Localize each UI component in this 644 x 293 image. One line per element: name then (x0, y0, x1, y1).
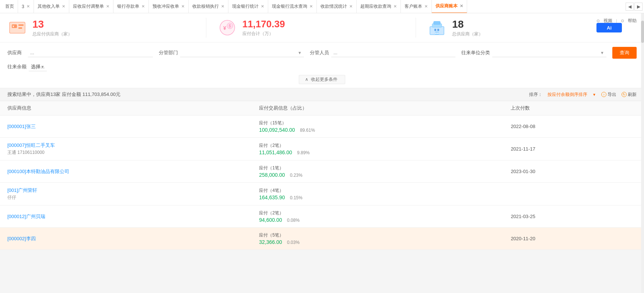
total-suppliers-label: 总供应商（家） (452, 31, 483, 37)
payable-total-label: 应付合计（万） (242, 31, 285, 37)
balance-select[interactable]: 选择... (29, 62, 47, 71)
nav-tab-other-income[interactable]: 其他收入单 ✕ (34, 0, 69, 13)
help-link[interactable]: 帮助 (628, 18, 637, 24)
category-select-wrapper[interactable]: ▼ (492, 48, 607, 57)
svg-point-5 (220, 20, 235, 35)
supplier-sub: 仔仔 (7, 194, 259, 201)
chevron-down-icon: ▼ (592, 93, 596, 97)
nav-tab-3[interactable]: 3 ✕ (18, 0, 34, 13)
svg-text:$: $ (229, 24, 231, 28)
chevron-up-icon: ∧ (305, 77, 308, 82)
balance-filter-label: 往来余额 (7, 63, 27, 70)
collapse-button[interactable]: ∧ 收起更多条件 (299, 75, 345, 84)
supplier-payable-icon: ¥ (7, 18, 27, 38)
payable-info-cell: 应付（2笔） 11,051,486.00 9.89% (259, 142, 511, 155)
supplier-link[interactable]: [000007]恒旺二手叉车 (7, 142, 55, 148)
export-button[interactable]: ○ 导出 (601, 92, 616, 98)
payable-info-cell: 应付（4笔） 164,635.90 0.15% (259, 187, 511, 200)
nav-tab-ar-ap-adjust[interactable]: 应收应付调整单 ✕ (69, 0, 113, 13)
close-icon[interactable]: ✕ (393, 4, 397, 9)
svg-text:¥: ¥ (223, 25, 226, 31)
sort-value[interactable]: 按应付余额倒序排序 (547, 92, 587, 98)
close-icon[interactable]: ✕ (181, 4, 185, 9)
supplier-link[interactable]: [000002]李四 (7, 236, 36, 241)
close-icon[interactable]: ✕ (424, 4, 428, 9)
refresh-icon: ↻ (622, 92, 627, 97)
ai-button[interactable]: Ai (596, 23, 622, 32)
close-icon[interactable]: ✕ (309, 4, 313, 9)
balance-select-wrapper[interactable]: 选择... ▼ (29, 62, 47, 71)
top-navigation: 首页 3 ✕ 其他收入单 ✕ 应收应付调整单 ✕ 银行存款单 ✕ 预收冲应收单 … (0, 0, 644, 13)
nav-tab-customer-account[interactable]: 客户账本 ✕ (401, 0, 432, 13)
close-icon[interactable]: ✕ (62, 4, 65, 9)
scrollbar-thumb[interactable] (641, 21, 644, 43)
table-row: [000007]恒旺二手叉车 王通 17106110000 应付（2笔） 11,… (0, 138, 644, 161)
nav-prev-button[interactable]: ◀ (626, 3, 634, 11)
close-icon[interactable]: ✕ (141, 4, 145, 9)
supplier-link[interactable]: [000001]张三 (7, 124, 36, 129)
dept-select-wrapper[interactable]: ▼ (180, 48, 304, 57)
nav-arrows: ◀ ▶ (626, 3, 643, 11)
payable-info-cell: 应付（2笔） 94,600.00 0.08% (259, 210, 511, 223)
payable-info-cell: 应付（5笔） 32,366.00 0.03% (259, 232, 511, 245)
payable-amount-link[interactable]: 100,092,540.00 (259, 127, 295, 133)
nav-tab-cash-bank-flow[interactable]: 现金银行流水查询 ✕ (268, 0, 317, 13)
summary-bar: ¥ 13 总应付供应商（家） ¥ $ 11,170.39 应付合计（万） (0, 13, 644, 42)
nav-tab-cash-bank-stat[interactable]: 现金银行统计 ✕ (228, 0, 268, 13)
close-icon[interactable]: ✕ (27, 4, 30, 9)
help-icon: ⊙ (621, 18, 624, 23)
nav-tab-receipt-verify[interactable]: 收款核销执行 ✕ (189, 0, 228, 13)
table-header: 供应商信息 应付交易信息（占比） 上次付数 (0, 101, 644, 116)
payable-amount-link[interactable]: 164,635.90 (259, 194, 285, 200)
table-row: [001]广州荣轩 仔仔 应付（4笔） 164,635.90 0.15% (0, 183, 644, 206)
nav-tab-home[interactable]: 首页 (1, 0, 18, 13)
col-header-supplier: 供应商信息 (7, 105, 259, 111)
table-row: [000012]广州贝瑞 应付（2笔） 94,600.00 0.08% 2021… (0, 206, 644, 228)
last-pay-date: 2021-11-17 (511, 146, 637, 152)
filter-area: 供应商 分管部门 ▼ 分管人员 往来单位分类 ▼ 查询 (0, 42, 644, 88)
category-select[interactable] (492, 48, 607, 57)
payable-info-cell: 应付（15笔） 100,092,540.00 89.61% (259, 120, 511, 133)
last-pay-date: 2022-08-08 (511, 124, 637, 129)
nav-next-button[interactable]: ▶ (634, 3, 643, 11)
payable-count: 应付（2笔） (259, 210, 511, 216)
export-icon: ○ (601, 92, 606, 97)
svg-rect-3 (18, 27, 22, 29)
payable-amount-link[interactable]: 11,051,486.00 (259, 149, 292, 155)
search-button[interactable]: 查询 (612, 47, 637, 59)
nav-tab-overdue-query[interactable]: 超期应收款查询 ✕ (357, 0, 401, 13)
close-icon[interactable]: ✕ (349, 4, 353, 9)
payable-count: 应付（5笔） (259, 232, 511, 238)
supplier-link[interactable]: [001]广州荣轩 (7, 187, 37, 193)
dept-select[interactable] (180, 48, 304, 57)
supplier-input[interactable] (28, 48, 153, 57)
nav-tab-bank-deposit[interactable]: 银行存款单 ✕ (113, 0, 149, 13)
person-filter-label: 分管人员 (310, 49, 329, 56)
payable-count: 应付（15笔） (259, 120, 511, 126)
last-pay-date: 2020-11-20 (511, 236, 637, 241)
person-input[interactable] (331, 48, 455, 57)
payable-amount-link[interactable]: 258,000.00 (259, 172, 285, 178)
table-row: [000002]李四 应付（5笔） 32,366.00 0.03% 2020-1… (0, 228, 644, 250)
payable-pct: 0.08% (287, 218, 300, 223)
scrollbar[interactable] (641, 13, 644, 250)
nav-tab-supplier-account[interactable]: 供应商账本 ✕ (432, 0, 467, 13)
supplier-link[interactable]: [000012]广州贝瑞 (7, 214, 45, 219)
filter-row-1: 供应商 分管部门 ▼ 分管人员 往来单位分类 ▼ 查询 (7, 47, 637, 59)
filter-person: 分管人员 (310, 48, 455, 57)
supplier-link[interactable]: [000100]本特勤油品有限公司 (7, 169, 69, 174)
close-icon[interactable]: ✕ (261, 4, 264, 9)
nav-tab-prepay-collect[interactable]: 预收冲应收单 ✕ (149, 0, 189, 13)
payable-amount-link[interactable]: 94,600.00 (259, 217, 282, 223)
payable-amount-link[interactable]: 32,366.00 (259, 239, 282, 245)
close-icon[interactable]: ✕ (460, 4, 463, 8)
nav-tab-receipt-stat[interactable]: 收款情况统计 ✕ (317, 0, 357, 13)
refresh-button[interactable]: ↻ 刷新 (622, 92, 637, 98)
close-icon[interactable]: ✕ (221, 4, 224, 9)
close-icon[interactable]: ✕ (106, 4, 109, 9)
payable-total-icon: ¥ $ (217, 18, 237, 38)
svg-rect-13 (437, 29, 439, 31)
supplier-table: 供应商信息 应付交易信息（占比） 上次付数 [000001]张三 应付（15笔）… (0, 101, 644, 250)
last-pay-date: 2021-03-25 (511, 214, 637, 219)
svg-rect-2 (18, 24, 24, 26)
